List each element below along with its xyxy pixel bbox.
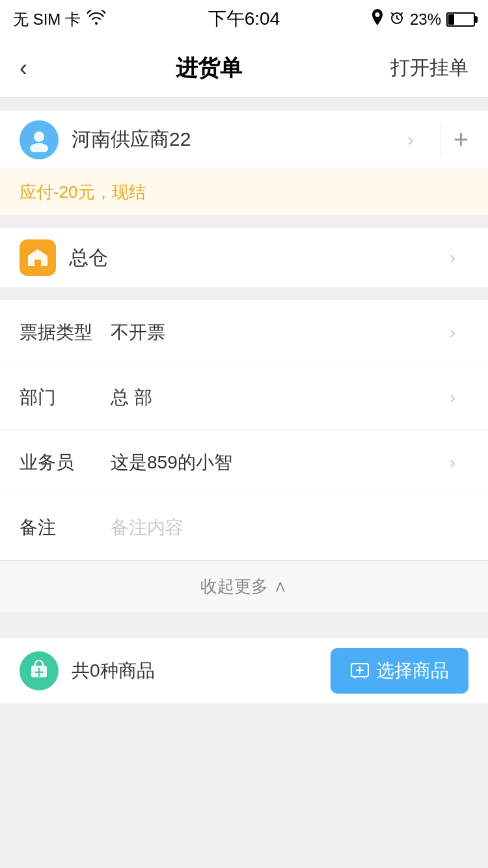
- status-right: 23%: [371, 9, 475, 30]
- remark-label: 备注: [20, 515, 111, 540]
- invoice-type-row[interactable]: 票据类型 不开票 ›: [0, 300, 488, 365]
- salesman-arrow-icon: ›: [450, 452, 455, 473]
- supplier-name: 河南供应商22: [72, 126, 407, 153]
- status-time: 下午6:04: [208, 7, 280, 31]
- add-button[interactable]: +: [454, 125, 468, 154]
- section-gap-2: [0, 215, 488, 228]
- page-background: [0, 703, 488, 868]
- open-pending-button[interactable]: 打开挂单: [390, 55, 468, 81]
- invoice-type-value: 不开票: [111, 320, 450, 345]
- collapse-label: 收起更多 ∧: [200, 575, 287, 598]
- location-icon: [371, 9, 384, 30]
- select-product-label: 选择商品: [376, 658, 449, 683]
- warehouse-arrow-icon: ›: [450, 247, 455, 268]
- bottom-section: 共0种商品 选择商品: [0, 638, 488, 703]
- battery-icon: [446, 12, 475, 27]
- page-title: 进货单: [176, 53, 242, 83]
- invoice-type-arrow-icon: ›: [450, 322, 455, 343]
- svg-rect-3: [34, 260, 41, 266]
- remark-row[interactable]: 备注 备注内容: [0, 495, 488, 560]
- salesman-value: 这是859的小智: [111, 450, 450, 475]
- collapse-button[interactable]: 收起更多 ∧: [0, 560, 488, 612]
- warehouse-name: 总仓: [69, 245, 450, 271]
- supplier-row[interactable]: 河南供应商22 › +: [0, 111, 488, 169]
- supplier-avatar: [20, 120, 59, 159]
- select-product-button[interactable]: 选择商品: [331, 648, 468, 694]
- warehouse-row[interactable]: 总仓 ›: [0, 228, 488, 287]
- status-bar: 无 SIM 卡 下午6:04 23%: [0, 0, 488, 39]
- warehouse-icon: [20, 239, 56, 276]
- salesman-row[interactable]: 业务员 这是859的小智 ›: [0, 430, 488, 495]
- section-gap-1: [0, 98, 488, 111]
- nav-bar: ‹ 进货单 打开挂单: [0, 39, 488, 98]
- product-count-label: 共0种商品: [72, 658, 331, 683]
- department-arrow-icon: ›: [450, 387, 455, 408]
- svg-point-1: [34, 131, 44, 142]
- carrier-label: 无 SIM 卡: [13, 9, 81, 30]
- svg-point-2: [30, 143, 48, 152]
- salesman-label: 业务员: [20, 450, 111, 475]
- battery-text: 23%: [410, 10, 441, 29]
- supplier-section: 河南供应商22 › + 应付-20元，现结: [0, 111, 488, 215]
- product-icon: [20, 651, 59, 690]
- remark-input[interactable]: 备注内容: [111, 515, 468, 540]
- supplier-arrow-icon: ›: [407, 129, 413, 150]
- info-section: 票据类型 不开票 › 部门 总 部 › 业务员 这是859的小智 › 备注 备注…: [0, 300, 488, 560]
- back-button[interactable]: ‹: [20, 55, 27, 82]
- department-row[interactable]: 部门 总 部 ›: [0, 365, 488, 430]
- status-left: 无 SIM 卡: [13, 9, 105, 30]
- invoice-type-label: 票据类型: [20, 320, 111, 345]
- department-label: 部门: [20, 385, 111, 410]
- supplier-divider: [440, 124, 441, 156]
- notice-text: 应付-20元，现结: [20, 182, 146, 202]
- department-value: 总 部: [111, 385, 450, 410]
- notice-banner: 应付-20元，现结: [0, 169, 488, 215]
- section-gap-3: [0, 612, 488, 625]
- wifi-icon: [87, 10, 105, 29]
- warehouse-section: 总仓 ›: [0, 228, 488, 287]
- alarm-icon: [389, 10, 405, 29]
